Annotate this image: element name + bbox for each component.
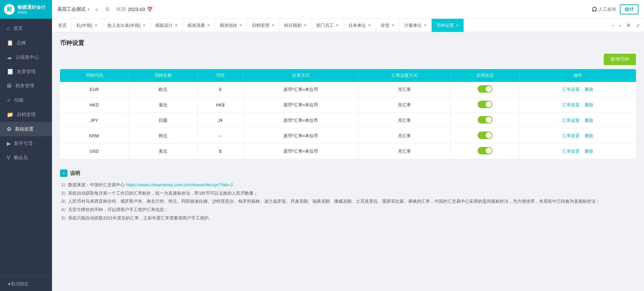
currency-actions-cell: 汇率设置 删除 <box>520 82 636 97</box>
main-area: 基层工会测试 ▾ ＋ ⚙ 账期 2023-03 📅 🎧 人工咨询 会计 首页轧(… <box>52 0 644 291</box>
currency-cell-3: 原币*汇率=本位币 <box>243 97 358 113</box>
tab-close-inventory[interactable]: ✕ <box>391 23 394 28</box>
tab-label-period-end: 期末结转 <box>220 22 237 29</box>
tab-label-dept: 部门员工 <box>316 22 334 29</box>
tab-close-period-end[interactable]: ✕ <box>239 23 242 28</box>
table-col-header: 币种代码 <box>60 69 128 82</box>
tab-label-currency: 币种设置 <box>436 22 454 29</box>
tab-close-all-button[interactable]: ✕ <box>624 21 633 30</box>
tab-expand-button[interactable]: ⤢ <box>633 21 643 30</box>
tab-inventory[interactable]: 存货 ✕ <box>376 19 399 32</box>
currency-cell-2: J¥ <box>198 113 243 128</box>
tab-next-button[interactable]: › <box>616 21 624 30</box>
currency-cell-0: HKD <box>60 97 128 113</box>
sidebar-icon-tax: 🏛 <box>7 83 12 89</box>
logo-icon: 财 <box>4 4 15 15</box>
sidebar-item-tax[interactable]: 🏛税务管理 <box>0 79 52 93</box>
rate-setting-link-EUR[interactable]: 汇率设置 <box>562 87 580 92</box>
currency-cell-2: -- <box>198 128 243 144</box>
org-settings-icon[interactable]: ⚙ <box>104 5 111 14</box>
currency-actions-cell: 汇率设置 删除 <box>520 113 636 128</box>
tab-archive[interactable]: 归档管理 ✕ <box>247 19 279 32</box>
notes-list: 1）数据来源：中国外汇交易中心 https://www.chinamoney.c… <box>60 181 636 222</box>
note-item: 1）数据来源：中国外汇交易中心 https://www.chinamoney.c… <box>60 181 636 189</box>
add-org-button[interactable]: ＋ <box>92 4 101 15</box>
help-label: 人工咨询 <box>598 6 616 12</box>
currency-cell-0: KRW <box>60 128 128 144</box>
org-selector[interactable]: 基层工会测试 ▾ <box>57 6 90 12</box>
calendar-icon[interactable]: 📅 <box>147 7 153 12</box>
sidebar-item-invoice[interactable]: 🧾发票管理 <box>0 64 52 79</box>
delete-link-JPY[interactable]: 删除 <box>585 118 593 123</box>
rate-setting-link-USD[interactable]: 汇率设置 <box>562 149 580 154</box>
sidebar-item-member[interactable]: V畅会员 <box>0 151 52 165</box>
notes-icon: ≡ <box>60 169 67 177</box>
sidebar-item-ledger[interactable]: 📋总账 <box>0 36 52 50</box>
toggle-JPY[interactable] <box>478 116 492 124</box>
tab-home[interactable]: 首页 <box>53 19 72 32</box>
delete-link-USD[interactable]: 删除 <box>585 149 593 154</box>
sidebar-item-archive[interactable]: 📁归档管理 <box>0 107 52 122</box>
sidebar-icon-archive: 📁 <box>7 111 13 118</box>
delete-link-HKD[interactable]: 删除 <box>585 102 593 107</box>
tab-period-end[interactable]: 期末结转 ✕ <box>215 19 247 32</box>
delete-link-EUR[interactable]: 删除 <box>585 87 593 92</box>
sidebar-item-reports[interactable]: ☁云报表中心 <box>0 50 52 64</box>
period-value: 2023-03 <box>128 7 145 12</box>
toggle-EUR[interactable] <box>478 85 492 93</box>
new-currency-button[interactable]: 新增币种 <box>604 54 636 65</box>
tab-close-archive[interactable]: ✕ <box>271 23 274 28</box>
tab-dept[interactable]: 部门员工 ✕ <box>312 19 344 32</box>
tab-prev-button[interactable]: ‹ <box>610 21 617 30</box>
topbar: 基层工会测试 ▾ ＋ ⚙ 账期 2023-03 📅 🎧 人工咨询 会计 <box>52 0 644 19</box>
sidebar-label-archive: 归档管理 <box>17 112 36 118</box>
sidebar-label-settings: 基础设置 <box>15 126 34 132</box>
table-col-header: 币种名称 <box>128 69 198 82</box>
currency-cell-1: 港元 <box>128 97 198 113</box>
tab-close-contacts[interactable]: ✕ <box>368 23 371 28</box>
tab-income[interactable]: 收入支出表(年报) ✕ <box>103 19 151 32</box>
tab-close-subjects[interactable]: ✕ <box>304 23 307 28</box>
tab-balance[interactable]: 轧(中期) ✕ <box>72 19 103 32</box>
delete-link-KRW[interactable]: 删除 <box>585 133 593 138</box>
sidebar-footer-pin[interactable]: ◄取消固定 <box>0 277 52 291</box>
tab-close-currency[interactable]: ✕ <box>456 23 459 28</box>
tab-template[interactable]: 模版设计 ✕ <box>151 19 183 32</box>
rate-setting-link-JPY[interactable]: 汇率设置 <box>562 118 580 123</box>
topbar-right: 🎧 人工咨询 会计 <box>592 4 639 14</box>
sidebar-item-settings[interactable]: ⚙基础设置 <box>0 122 52 136</box>
tab-unit[interactable]: 计量单位 ✕ <box>399 19 432 32</box>
sidebar-icon-reports: ☁ <box>7 54 12 60</box>
tab-close-unit[interactable]: ✕ <box>424 23 427 28</box>
sidebar-item-home[interactable]: ⌂首页 <box>0 21 52 36</box>
tab-close-balance[interactable]: ✕ <box>95 23 98 28</box>
sidebar-label-invoice: 发票管理 <box>17 69 36 75</box>
tab-close-template[interactable]: ✕ <box>175 23 178 28</box>
sidebar-item-checkout[interactable]: ✓结账 <box>0 93 52 107</box>
toggle-USD[interactable] <box>478 147 492 154</box>
tab-close-taxclear[interactable]: ✕ <box>207 23 210 28</box>
tab-close-dept[interactable]: ✕ <box>336 23 339 28</box>
note-item: 2）系统自动获取每月第一个工作日的汇率标价，统一为直接标价法，即1外币可以兑换的… <box>60 189 636 198</box>
notes-external-link[interactable]: https://www.chinamoney.com.cn/chinese/bk… <box>126 182 233 187</box>
tab-taxclear[interactable]: 税表清册 ✕ <box>183 19 215 32</box>
user-role-button[interactable]: 会计 <box>620 4 639 14</box>
rate-setting-link-KRW[interactable]: 汇率设置 <box>562 133 580 138</box>
tab-close-income[interactable]: ✕ <box>143 23 146 28</box>
currency-cell-2: € <box>198 82 243 97</box>
sidebar-item-guide[interactable]: ▶新手引导 <box>0 136 52 151</box>
tab-currency[interactable]: 币种设置 ✕ <box>432 19 464 32</box>
sidebar-label-home: 首页 <box>13 26 23 32</box>
help-button[interactable]: 🎧 人工咨询 <box>592 6 616 12</box>
sidebar-label-checkout: 结账 <box>14 97 24 103</box>
tab-contacts[interactable]: 往来单位 ✕ <box>344 19 376 32</box>
currency-cell-1: 美元 <box>128 144 198 159</box>
table-col-header: 启用状态 <box>450 69 520 82</box>
currency-enabled-cell <box>450 128 520 144</box>
toggle-HKD[interactable] <box>478 101 492 108</box>
tab-subjects[interactable]: 科目期初 ✕ <box>279 19 312 32</box>
table-row: USD美元$原币*汇率=本位币月汇率 汇率设置 删除 <box>60 144 636 159</box>
rate-setting-link-HKD[interactable]: 汇率设置 <box>562 102 580 107</box>
notes-title: ≡ 说明 <box>60 169 636 177</box>
toggle-KRW[interactable] <box>478 132 492 139</box>
